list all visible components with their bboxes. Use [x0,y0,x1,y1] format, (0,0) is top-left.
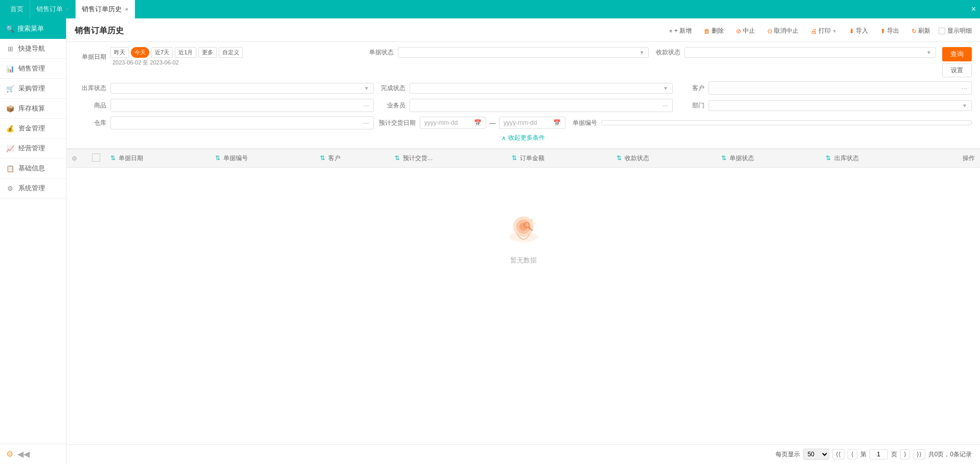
date-label: 单据日期 [75,53,110,61]
payment-status-arrow: ▼ [926,50,931,55]
cancel-stop-button[interactable]: ⊙ 取消中止 [763,25,803,37]
th-order-status[interactable]: ⇅ 单据状态 [716,149,821,168]
dept-select[interactable]: ▼ [709,100,972,111]
sidebar-item-purchase-mgmt[interactable]: 🛒 采购管理 [0,79,66,99]
th-payment-status[interactable]: ⇅ 收款状态 [611,149,716,168]
select-all-checkbox[interactable] [92,153,100,162]
warehouse-input[interactable]: ··· [110,116,374,129]
sidebar: 🔍 搜索菜单 ⊞ 快捷导航 📊 销售管理 🛒 采购管理 📦 库存核算 💰 资金管… [0,18,66,464]
page-number-input[interactable] [870,449,888,459]
expected-date-end-input[interactable]: yyyy-mm-dd 📅 [499,117,565,129]
export-button[interactable]: ⬆ 导出 [876,25,903,37]
sort-expected-icon: ⇅ [395,154,400,162]
complete-status-select[interactable]: ▼ [409,83,673,94]
date-btn-more[interactable]: 更多 [198,47,217,58]
refresh-button[interactable]: ↻ 刷新 [907,25,935,37]
order-status-label: 单据状态 [362,48,398,57]
inventory-icon: 📦 [6,105,14,113]
refresh-icon: ↻ [911,28,917,35]
expected-date-start-input[interactable]: yyyy-mm-dd 📅 [420,117,486,129]
th-number[interactable]: ⇅ 单据编号 [210,149,315,168]
query-button[interactable]: 查询 [942,47,972,61]
order-status-select[interactable]: ▼ [398,47,649,58]
sidebar-settings-icon[interactable]: ⚙ [6,449,13,459]
warehouse-status-arrow: ▼ [364,85,369,91]
sidebar-item-basic-info[interactable]: 📋 基础信息 [0,159,66,179]
page-unit-label: 页 [891,450,897,459]
th-customer[interactable]: ⇅ 客户 [315,149,390,168]
date-btn-yesterday[interactable]: 昨天 [110,47,129,58]
sidebar-bottom: ⚙ ◀◀ [0,444,66,464]
svg-point-3 [519,223,528,231]
empty-state: 暂无数据 [66,168,980,306]
customer-dots-icon: ··· [961,84,967,92]
warehouse-label: 仓库 [75,119,110,127]
table-settings-icon[interactable]: ⚙ [72,155,77,162]
salesperson-input[interactable]: ··· [409,99,673,112]
goods-dots-icon: ··· [363,101,369,109]
goods-label: 商品 [75,101,110,110]
sort-amount-icon: ⇅ [512,154,517,162]
sidebar-search[interactable]: 🔍 搜索菜单 [0,18,66,39]
operations-icon: 📈 [6,145,14,152]
sidebar-item-finance[interactable]: 💰 资金管理 [0,119,66,139]
tab-sales-order-history[interactable]: 销售订单历史 × [76,0,134,18]
date-btn-1month[interactable]: 近1月 [175,47,196,58]
sidebar-item-quick-nav[interactable]: ⊞ 快捷导航 [0,39,66,59]
expected-date-label: 预计交货日期 [374,119,420,127]
warehouse-status-select[interactable]: ▼ [110,83,374,94]
tab-close-sales-order[interactable]: × [66,6,69,12]
import-button[interactable]: ⬇ 导入 [845,25,872,37]
date-btn-today[interactable]: 今天 [131,47,149,58]
sidebar-item-operations[interactable]: 📈 经营管理 [0,139,66,159]
sort-number-icon: ⇅ [215,154,220,162]
payment-status-select[interactable]: ▼ [685,47,936,58]
page-prefix-label: 第 [860,450,867,459]
date-btn-custom[interactable]: 自定义 [219,47,243,58]
tab-sales-order[interactable]: 销售订单 × [30,0,76,18]
order-number-label: 单据编号 [565,119,601,127]
sidebar-item-inventory[interactable]: 📦 库存核算 [0,99,66,119]
complete-status-arrow: ▼ [663,85,668,91]
th-amount[interactable]: ⇅ 订单金额 [507,149,611,168]
customer-label: 客户 [673,84,709,93]
sidebar-item-sys-mgmt[interactable]: ⚙ 系统管理 [0,179,66,198]
first-page-button[interactable]: ⟨⟨ [832,449,845,459]
display-detail-checkbox[interactable] [939,28,945,34]
sidebar-collapse-icon[interactable]: ◀◀ [17,449,30,459]
purchase-mgmt-icon: 🛒 [6,85,14,93]
delete-button[interactable]: 🗑 删除 [700,25,728,37]
order-number-input[interactable] [601,120,972,125]
tab-close-history[interactable]: × [125,6,128,12]
customer-input[interactable]: ··· [709,81,972,95]
top-right-controls: × [971,5,976,14]
add-button[interactable]: + + 新增 [665,25,696,37]
import-icon: ⬇ [849,28,854,35]
window-close-button[interactable]: × [971,5,976,14]
cancel-stop-icon: ⊙ [767,28,772,35]
per-page-select[interactable]: 50 10 20 100 [803,449,829,460]
th-settings[interactable]: ⚙ [66,149,87,168]
prev-page-button[interactable]: ⟨ [848,449,857,459]
toolbar: + + 新增 🗑 删除 ⊘ 中止 ⊙ 取消中止 🖨 打印 [665,25,972,37]
next-page-button[interactable]: ⟩ [900,449,910,459]
date-buttons: 昨天 今天 近7天 近1月 更多 自定义 [110,47,243,58]
print-button[interactable]: 🖨 打印 ▼ [807,25,841,37]
th-warehouse-status[interactable]: ⇅ 出库状态 [821,149,925,168]
sort-payment-icon: ⇅ [617,154,622,162]
last-page-button[interactable]: ⟩⟩ [913,449,925,459]
main-layout: 🔍 搜索菜单 ⊞ 快捷导航 📊 销售管理 🛒 采购管理 📦 库存核算 💰 资金管… [0,18,980,464]
th-expected-date[interactable]: ⇅ 预计交货... [390,149,507,168]
sidebar-item-sales-mgmt[interactable]: 📊 销售管理 [0,59,66,79]
collapse-conditions[interactable]: ∧ 收起更多条件 [75,132,972,143]
goods-input[interactable]: ··· [110,99,374,112]
stop-button[interactable]: ⊘ 中止 [732,25,759,37]
empty-icon [503,209,544,250]
th-date[interactable]: ⇅ 单据日期 [105,149,210,168]
sort-date-icon: ⇅ [110,154,116,162]
date-btn-7days[interactable]: 近7天 [151,47,173,58]
display-toggle: 显示明细 [939,27,972,35]
settings-button[interactable]: 设置 [942,63,972,77]
warehouse-status-label: 出库状态 [75,84,110,93]
tab-home[interactable]: 首页 [4,0,30,18]
